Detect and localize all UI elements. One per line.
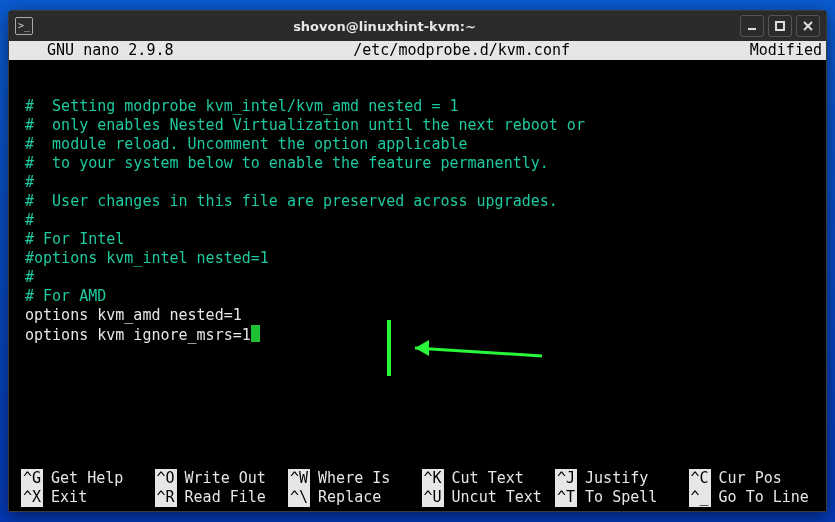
shortcut-write-out[interactable]: ^OWrite Out: [155, 469, 289, 488]
shortcut-to-spell[interactable]: ^TTo Spell: [555, 488, 689, 507]
shortcut-row-1: ^GGet Help ^OWrite Out ^WWhere Is ^KCut …: [21, 469, 822, 488]
svg-marker-6: [415, 340, 429, 356]
shortcut-where-is[interactable]: ^WWhere Is: [288, 469, 422, 488]
editor-content[interactable]: # Setting modprobe kvm_intel/kvm_amd nes…: [9, 60, 826, 467]
svg-line-5: [415, 348, 542, 356]
shortcut-get-help[interactable]: ^GGet Help: [21, 469, 155, 488]
file-line: # module reload. Uncomment the option ap…: [25, 135, 468, 153]
minimize-icon: [746, 20, 758, 32]
shortcut-row-2: ^XExit ^RRead File ^\Replace ^UUncut Tex…: [21, 488, 822, 507]
terminal-body[interactable]: GNU nano 2.9.8 /etc/modprobe.d/kvm.conf …: [9, 41, 826, 511]
file-line: #: [25, 173, 34, 191]
cursor: [251, 325, 260, 342]
terminal-icon: >_: [15, 17, 33, 35]
window-title: shovon@linuxhint-kvm:~: [33, 19, 736, 34]
file-line: options kvm_amd nested=1: [25, 306, 242, 324]
file-line: # to your system below to enable the fea…: [25, 154, 549, 172]
file-line: #options kvm_intel nested=1: [25, 249, 269, 267]
nano-shortcut-bar: ^GGet Help ^OWrite Out ^WWhere Is ^KCut …: [9, 467, 826, 511]
nano-modified-flag: Modified: [750, 41, 822, 60]
shortcut-exit[interactable]: ^XExit: [21, 488, 155, 507]
maximize-button[interactable]: [768, 15, 792, 37]
minimize-button[interactable]: [740, 15, 764, 37]
maximize-icon: [774, 20, 786, 32]
titlebar: >_ shovon@linuxhint-kvm:~: [9, 11, 826, 41]
file-line: #: [25, 211, 34, 229]
nano-file-name: /etc/modprobe.d/kvm.conf: [353, 41, 570, 60]
shortcut-uncut-text[interactable]: ^UUncut Text: [422, 488, 556, 507]
file-line: #: [25, 268, 34, 286]
file-line: # For AMD: [25, 287, 106, 305]
shortcut-justify[interactable]: ^JJustify: [555, 469, 689, 488]
svg-rect-1: [776, 22, 784, 30]
shortcut-read-file[interactable]: ^RRead File: [155, 488, 289, 507]
nano-app-name: GNU nano 2.9.8: [29, 41, 174, 60]
shortcut-cur-pos[interactable]: ^CCur Pos: [689, 469, 823, 488]
shortcut-replace[interactable]: ^\Replace: [288, 488, 422, 507]
shortcut-cut-text[interactable]: ^KCut Text: [422, 469, 556, 488]
file-line: # Setting modprobe kvm_intel/kvm_amd nes…: [25, 97, 458, 115]
nano-status-bar: GNU nano 2.9.8 /etc/modprobe.d/kvm.conf …: [9, 41, 826, 60]
file-line: # For Intel: [25, 230, 124, 248]
terminal-window: >_ shovon@linuxhint-kvm:~ GNU nano 2.9.8…: [8, 10, 827, 512]
file-line: options kvm ignore_msrs=1: [25, 326, 251, 344]
file-line: # only enables Nested Virtualization unt…: [25, 116, 585, 134]
close-icon: [802, 20, 814, 32]
shortcut-go-to-line[interactable]: ^_Go To Line: [689, 488, 823, 507]
annotation-arrow: [297, 299, 457, 359]
close-button[interactable]: [796, 15, 820, 37]
file-line: # User changes in this file are preserve…: [25, 192, 558, 210]
desktop: >_ shovon@linuxhint-kvm:~ GNU nano 2.9.8…: [0, 0, 835, 522]
